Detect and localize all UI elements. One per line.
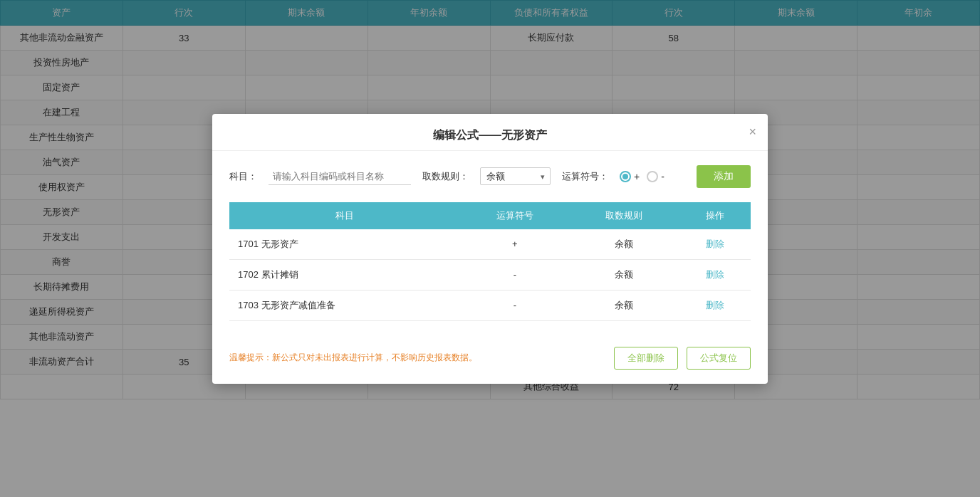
footer-buttons: 全部删除 公式复位 [614, 347, 751, 370]
formula-subject-cell: 1701 无形资产 [229, 229, 460, 260]
add-button[interactable]: 添加 [697, 165, 751, 188]
delete-row-button[interactable]: 删除 [706, 299, 724, 312]
formula-operator-cell: - [460, 290, 569, 320]
operator-minus-circle [647, 171, 658, 182]
formula-table-row: 1703 无形资产减值准备-余额删除 [229, 290, 751, 320]
formula-subject-cell: 1703 无形资产减值准备 [229, 290, 460, 320]
rule-select[interactable]: 余额 借方 贷方 借方发生额 贷方发生额 [480, 167, 551, 185]
modal-title: 编辑公式——无形资产 [433, 129, 547, 141]
edit-formula-modal: 编辑公式——无形资产 × 科目： 取数规则： 余额 借方 贷方 借方发生额 贷方… [212, 114, 768, 384]
delete-row-button[interactable]: 删除 [706, 238, 724, 251]
formula-action-cell: 删除 [679, 290, 751, 320]
operator-plus-circle [620, 171, 631, 182]
formula-rule-cell: 余额 [570, 259, 679, 290]
modal-footer: 温馨提示：新公式只对未出报表进行计算，不影响历史报表数据。 全部删除 公式复位 [212, 335, 768, 384]
formula-table-header-cell: 科目 [229, 202, 460, 229]
formula-table-header-cell: 操作 [679, 202, 751, 229]
operator-radio-group: + - [620, 171, 664, 182]
operator-minus-radio[interactable]: - [647, 171, 664, 182]
formula-operator-cell: - [460, 259, 569, 290]
formula-subject-cell: 1702 累计摊销 [229, 259, 460, 290]
reset-formula-button[interactable]: 公式复位 [687, 347, 751, 370]
operator-minus-label: - [661, 171, 664, 182]
modal-body: 科目： 取数规则： 余额 借方 贷方 借方发生额 贷方发生额 运算符号： [212, 151, 768, 335]
operator-label: 运算符号： [562, 170, 608, 183]
modal-overlay: 编辑公式——无形资产 × 科目： 取数规则： 余额 借方 贷方 借方发生额 贷方… [0, 0, 980, 497]
formula-table: 科目运算符号取数规则操作 1701 无形资产+余额删除1702 累计摊销-余额删… [229, 202, 751, 321]
modal-close-button[interactable]: × [749, 125, 756, 138]
operator-plus-label: + [634, 171, 640, 182]
rule-label: 取数规则： [422, 170, 469, 183]
formula-table-header-cell: 运算符号 [460, 202, 569, 229]
formula-operator-cell: + [460, 229, 569, 260]
formula-table-header-cell: 取数规则 [570, 202, 679, 229]
formula-action-cell: 删除 [679, 229, 751, 260]
delete-all-button[interactable]: 全部删除 [614, 347, 678, 370]
footer-tip: 温馨提示：新公式只对未出报表进行计算，不影响历史报表数据。 [229, 352, 477, 364]
formula-table-row: 1701 无形资产+余额删除 [229, 229, 751, 260]
subject-input[interactable] [269, 168, 411, 185]
operator-plus-radio[interactable]: + [620, 171, 640, 182]
formula-table-row: 1702 累计摊销-余额删除 [229, 259, 751, 290]
subject-label: 科目： [229, 170, 257, 183]
formula-action-cell: 删除 [679, 259, 751, 290]
formula-form-row: 科目： 取数规则： 余额 借方 贷方 借方发生额 贷方发生额 运算符号： [229, 165, 751, 188]
rule-select-wrapper[interactable]: 余额 借方 贷方 借方发生额 贷方发生额 [480, 167, 551, 185]
delete-row-button[interactable]: 删除 [706, 268, 724, 281]
formula-rule-cell: 余额 [570, 290, 679, 320]
modal-header: 编辑公式——无形资产 × [212, 114, 768, 151]
formula-rule-cell: 余额 [570, 229, 679, 260]
